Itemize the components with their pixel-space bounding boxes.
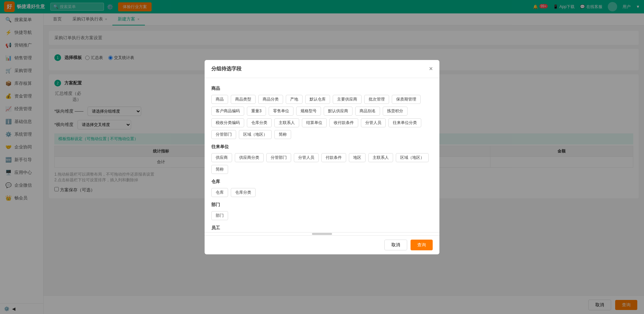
modal-confirm-btn[interactable]: 查询 (411, 240, 433, 250)
tag-product-13[interactable]: 商品别名 (355, 107, 380, 116)
section-title-product: 商品 (211, 85, 433, 91)
modal-footer: 取消 查询 (205, 235, 439, 254)
modal-title: 分组待选字段 (211, 66, 241, 72)
tag-product-23[interactable]: 区域（地区） (239, 130, 272, 139)
tag-product-2[interactable]: 商品分类 (258, 95, 283, 104)
tag-product-6[interactable]: 批次管理 (364, 95, 389, 104)
section-title-partner: 往来单位 (211, 144, 433, 150)
tags-partner: 供应商 供应商分类 分管部门 分管人员 付款条件 地区 主联系人 区域（地区） … (211, 153, 433, 174)
tag-product-9[interactable]: 重量3 (247, 107, 266, 116)
tag-product-5[interactable]: 主要供应商 (333, 95, 362, 104)
modal-dialog: 分组待选字段 × 商品 商品 商品类型 商品分类 产地 默认仓库 主要供应商 批… (205, 60, 439, 254)
modal-body: 商品 商品 商品类型 商品分类 产地 默认仓库 主要供应商 批次管理 保质期管理… (205, 78, 439, 232)
tag-product-4[interactable]: 默认仓库 (305, 95, 330, 104)
tag-warehouse-1[interactable]: 仓库分类 (231, 188, 256, 197)
tag-product-8[interactable]: 客户商品编码 (211, 107, 244, 116)
tag-product-15[interactable]: 税收分类编码 (211, 118, 244, 127)
modal-cancel-btn[interactable]: 取消 (384, 240, 407, 250)
tag-product-3[interactable]: 产地 (286, 95, 303, 104)
modal-overlay[interactable]: 分组待选字段 × 商品 商品 商品类型 商品分类 产地 默认仓库 主要供应商 批… (0, 0, 644, 314)
tag-product-0[interactable]: 商品 (211, 95, 228, 104)
tag-product-7[interactable]: 保质期管理 (392, 95, 421, 104)
modal-header: 分组待选字段 × (205, 60, 439, 78)
tags-warehouse: 仓库 仓库分类 (211, 188, 433, 197)
tags-dept: 部门 (211, 211, 433, 220)
tag-product-19[interactable]: 收付款条件 (329, 118, 358, 127)
modal-hscrollbar[interactable] (205, 232, 439, 235)
tag-product-22[interactable]: 分管部门 (211, 130, 236, 139)
tag-dept-0[interactable]: 部门 (211, 211, 228, 220)
tag-partner-5[interactable]: 地区 (349, 153, 366, 162)
tag-product-10[interactable]: 零售单位 (269, 107, 293, 116)
section-title-dept: 部门 (211, 202, 433, 208)
tag-partner-1[interactable]: 供应商分类 (235, 153, 264, 162)
modal-close-btn[interactable]: × (429, 65, 433, 72)
tag-partner-6[interactable]: 主联系人 (368, 153, 393, 162)
section-title-warehouse: 仓库 (211, 179, 433, 185)
tag-product-1[interactable]: 商品类型 (231, 95, 256, 104)
tags-product: 商品 商品类型 商品分类 产地 默认仓库 主要供应商 批次管理 保质期管理 客户… (211, 95, 433, 139)
tag-product-11[interactable]: 规格型号 (296, 107, 321, 116)
section-title-staff: 员工 (211, 225, 433, 231)
tag-partner-3[interactable]: 分管人员 (294, 153, 319, 162)
tag-product-16[interactable]: 仓库分类 (247, 118, 272, 127)
tag-product-24[interactable]: 简称 (274, 130, 291, 139)
tag-product-12[interactable]: 默认供应商 (324, 107, 353, 116)
tag-warehouse-0[interactable]: 仓库 (211, 188, 228, 197)
tag-product-20[interactable]: 分管人员 (361, 118, 386, 127)
tag-partner-4[interactable]: 付款条件 (321, 153, 346, 162)
tag-partner-7[interactable]: 区域（地区） (396, 153, 429, 162)
tag-product-21[interactable]: 往来单位分类 (388, 118, 421, 127)
tag-product-18[interactable]: 结算单位 (302, 118, 327, 127)
tag-product-17[interactable]: 主联系人 (274, 118, 299, 127)
tag-product-14[interactable]: 拣货积分 (383, 107, 408, 116)
tag-partner-2[interactable]: 分管部门 (266, 153, 291, 162)
tag-partner-8[interactable]: 简称 (211, 165, 228, 174)
tag-partner-0[interactable]: 供应商 (211, 153, 232, 162)
